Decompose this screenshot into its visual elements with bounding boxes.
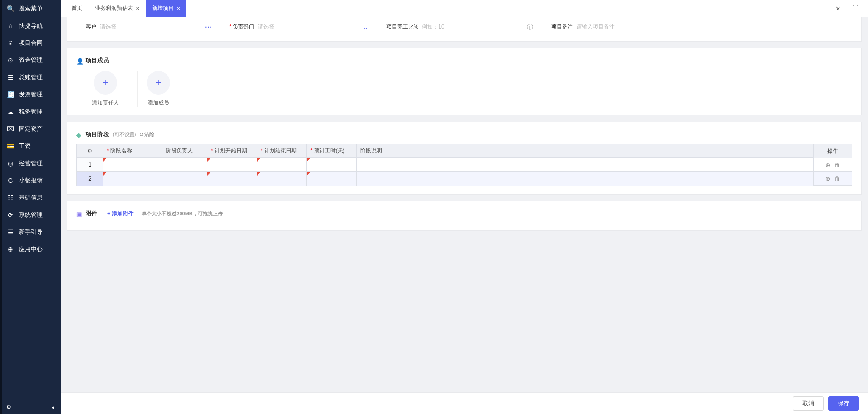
col-desc: 阶段说明 [357, 144, 814, 158]
col-owner: 阶段负责人 [162, 144, 207, 158]
sidebar-icon: ☁ [6, 108, 14, 115]
undo-icon: ↺ [139, 132, 143, 138]
sidebar-item-label: 应用中心 [19, 245, 43, 253]
table-row[interactable]: 2 [77, 172, 814, 186]
sidebar-icon: ◎ [6, 160, 14, 167]
sidebar-item-9[interactable]: ◎ 经营管理 [0, 155, 61, 172]
tab-1[interactable]: 业务利润预估表✕ [89, 0, 146, 17]
sidebar-item-label: 新手引导 [19, 228, 43, 236]
clear-link[interactable]: ↺清除 [139, 131, 154, 138]
row-index: 1 [77, 158, 103, 172]
col-end: 计划结束日期 [257, 144, 307, 158]
col-hours: 预计工时(天) [307, 144, 357, 158]
topbar-right: ✕ ⛶ [833, 3, 863, 14]
cell-name[interactable] [103, 172, 162, 186]
table-row[interactable]: 1 [77, 158, 814, 172]
tab-bar: 首页业务利润预估表✕新增项目✕ ✕ ⛶ [61, 0, 868, 17]
sidebar-icon: ⌧ [6, 125, 14, 133]
sidebar-item-4[interactable]: ☰ 总账管理 [0, 69, 61, 86]
cell-start[interactable] [207, 172, 257, 186]
sidebar-icon: 🔍 [6, 5, 14, 12]
add-row-icon[interactable]: ⊕ [825, 162, 830, 168]
tab-0[interactable]: 首页 [65, 0, 89, 17]
input-remark[interactable] [577, 22, 685, 32]
close-icon[interactable]: ✕ [833, 3, 844, 14]
input-customer[interactable] [100, 22, 200, 32]
sidebar-item-13[interactable]: ☰ 新手引导 [0, 224, 61, 241]
row-index: 2 [77, 172, 103, 186]
col-start: 计划开始日期 [207, 144, 257, 158]
cell-desc[interactable] [357, 158, 814, 172]
gear-icon: ⚙ [87, 148, 92, 154]
cell-desc[interactable] [357, 172, 814, 186]
input-department[interactable] [258, 22, 358, 32]
phase-table: ⚙ 阶段名称 阶段负责人 计划开始日期 计划结束日期 预计工时(天) 阶段说明 … [76, 144, 814, 186]
tab-label: 首页 [72, 5, 82, 12]
delete-row-icon[interactable]: 🗑 [835, 162, 840, 168]
section-phases: ◆ 项目阶段 (可不设置) ↺清除 ⚙ 阶段名称 [67, 122, 862, 195]
sidebar-item-6[interactable]: ☁ 税务管理 [0, 103, 61, 120]
cell-name[interactable] [103, 158, 162, 172]
sidebar-item-label: 发票管理 [19, 90, 43, 99]
save-button[interactable]: 保存 [828, 396, 859, 411]
tab-2[interactable]: 新增项目✕ [146, 0, 186, 17]
add-member-card: + 添加成员 [137, 71, 179, 107]
label-remark: 项目备注 [551, 23, 573, 31]
delete-row-icon[interactable]: 🗑 [835, 176, 840, 182]
col-gear[interactable]: ⚙ [77, 144, 103, 158]
sidebar-item-8[interactable]: 💳 工资 [0, 138, 61, 155]
sidebar-item-label: 经营管理 [19, 159, 43, 167]
sidebar-icon: 🧾 [6, 91, 14, 98]
cell-start[interactable] [207, 158, 257, 172]
field-remark: 项目备注 [551, 22, 685, 32]
sidebar-item-label: 固定资产 [19, 125, 43, 133]
collapse-icon[interactable]: ◂ [52, 404, 54, 410]
help-icon[interactable]: ⓘ [527, 23, 533, 31]
add-row-icon[interactable]: ⊕ [825, 176, 830, 182]
sidebar-item-0[interactable]: 🔍 搜索菜单 [0, 0, 61, 17]
ops-row: ⊕ 🗑 [814, 158, 852, 172]
sidebar-item-1[interactable]: ⌂ 快捷导航 [0, 17, 61, 34]
tab-label: 业务利润预估表 [95, 5, 133, 12]
sidebar-item-10[interactable]: G 小畅报销 [0, 172, 61, 189]
chevron-down-icon[interactable]: ⌄ [363, 24, 368, 31]
sidebar-item-3[interactable]: ⊙ 资金管理 [0, 52, 61, 69]
sidebar-item-2[interactable]: 🗎 项目合同 [0, 34, 61, 52]
section-members: 👤 项目成员 + 添加责任人 + 添加成员 [67, 48, 862, 115]
tab-close-icon[interactable]: ✕ [136, 6, 139, 11]
tab-close-icon[interactable]: ✕ [176, 6, 180, 11]
add-member-button[interactable]: + [147, 71, 170, 95]
cell-owner[interactable] [162, 172, 207, 186]
add-attachment-button[interactable]: + 添加附件 [107, 210, 134, 218]
sidebar-item-label: 搜索菜单 [19, 5, 43, 13]
sidebar-icon: 💳 [6, 143, 14, 150]
stage-icon: ◆ [76, 132, 82, 137]
settings-icon[interactable]: ⚙ [6, 404, 11, 410]
cell-hours[interactable] [307, 172, 357, 186]
cancel-button[interactable]: 取消 [793, 396, 824, 411]
cell-owner[interactable] [162, 158, 207, 172]
sidebar-item-5[interactable]: 🧾 发票管理 [0, 86, 61, 103]
field-customer: 客户 ⋯ [86, 22, 211, 32]
fullscreen-icon[interactable]: ⛶ [850, 3, 861, 14]
section-title-members: 👤 项目成员 [76, 57, 852, 65]
sidebar-item-label: 总账管理 [19, 73, 43, 81]
title-text: 项目成员 [86, 57, 109, 65]
sidebar-item-14[interactable]: ⊕ 应用中心 [0, 241, 61, 258]
sidebar-item-7[interactable]: ⌧ 固定资产 [0, 120, 61, 138]
cell-end[interactable] [257, 158, 307, 172]
cell-hours[interactable] [307, 158, 357, 172]
sidebar-item-11[interactable]: ☷ 基础信息 [0, 189, 61, 206]
sidebar-item-12[interactable]: ⟳ 系统管理 [0, 206, 61, 224]
input-complete-pct[interactable] [422, 22, 521, 32]
cell-end[interactable] [257, 172, 307, 186]
sidebar-bottom: ⚙ ◂ [0, 400, 61, 414]
more-icon[interactable]: ⋯ [205, 24, 211, 31]
section-attachments: ▣ 附件 + 添加附件 单个大小不超过200MB，可拖拽上传 [67, 201, 862, 231]
section-title-attachments: ▣ 附件 + 添加附件 单个大小不超过200MB，可拖拽上传 [76, 209, 852, 218]
label-department: *负责部门 [229, 23, 254, 31]
sidebar-item-label: 系统管理 [19, 211, 43, 219]
sidebar-item-label: 项目合同 [19, 39, 43, 47]
add-owner-button[interactable]: + [94, 71, 117, 95]
sidebar-icon: ☷ [6, 194, 14, 201]
